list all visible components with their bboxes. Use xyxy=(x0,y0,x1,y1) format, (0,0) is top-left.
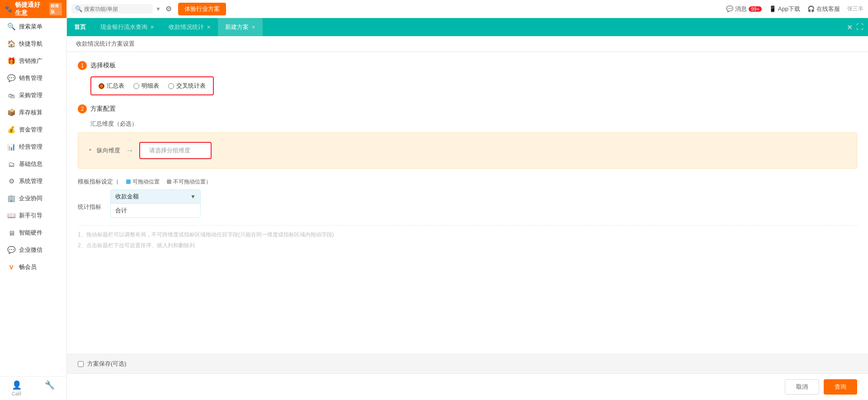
system-icon: ⚙ xyxy=(7,177,15,185)
sidebar-item-system[interactable]: ⚙ 系统管理 xyxy=(0,173,66,190)
sidebar-item-corp-wechat[interactable]: 💬 企业微信 xyxy=(0,241,66,259)
save-section: 方案保存(可选) xyxy=(67,354,868,373)
save-checkbox[interactable] xyxy=(78,361,84,367)
radio-detail-input[interactable] xyxy=(133,83,139,89)
gear-icon[interactable]: ⚙ xyxy=(165,5,172,13)
basic-info-icon: 🗂 xyxy=(7,160,15,168)
tab-close-all-icon[interactable]: ✕ xyxy=(847,23,853,32)
save-label: 方案保存(可选) xyxy=(87,360,127,368)
tab-new-plan[interactable]: 新建方案 ✕ xyxy=(218,18,263,36)
step1-header: 1 选择模板 xyxy=(78,61,857,70)
home-icon: 🏠 xyxy=(7,40,15,48)
sidebar-item-label: 库存核算 xyxy=(19,108,42,117)
sidebar-item-beginner[interactable]: 📖 新手引导 xyxy=(0,207,66,224)
sales-icon: 💬 xyxy=(7,74,15,82)
sidebar-logo: 🐾 畅捷通好生意 标准版 xyxy=(0,0,66,18)
row-label: 纵向维度 xyxy=(97,146,120,155)
step1-section: 1 选择模板 汇总表 明细表 xyxy=(78,61,857,95)
indicator-layout: 统计指标 收款金额 ▼ 合计 xyxy=(78,189,857,218)
sidebar-item-label: 企业协同 xyxy=(19,194,42,202)
sidebar-item-purchase[interactable]: 🛍 采购管理 xyxy=(0,87,66,104)
tab-expand-icon[interactable]: ⛶ xyxy=(856,23,863,31)
required-star: * xyxy=(89,147,91,154)
sidebar-item-member[interactable]: V 畅会员 xyxy=(0,259,66,276)
radio-cross[interactable]: 交叉统计表 xyxy=(168,82,206,90)
sidebar: 🐾 畅捷通好生意 标准版 🔍 搜索菜单 🏠 快捷导航 🎁 营销推广 💬 销售管理… xyxy=(0,0,67,400)
search-input[interactable] xyxy=(84,6,147,12)
topbar-search-box[interactable]: 🔍 xyxy=(71,4,153,14)
gift-icon: 🎁 xyxy=(7,57,15,65)
chevron-down-icon[interactable]: ▼ xyxy=(156,6,161,12)
step2-badge: 2 xyxy=(78,104,87,113)
sidebar-item-corp-collab[interactable]: 🏢 企业协同 xyxy=(0,190,66,207)
tip2: 2、点击标题栏下拉可设置排序、插入列和删除列 xyxy=(78,241,857,251)
indicator-col-header[interactable]: 收款金额 ▼ xyxy=(111,190,200,204)
radio-summary-input[interactable] xyxy=(99,83,104,89)
sidebar-item-label: 营销推广 xyxy=(19,57,42,65)
inventory-icon: 📦 xyxy=(7,108,15,117)
sidebar-item-marketing[interactable]: 🎁 营销推广 xyxy=(0,52,66,70)
sidebar-item-quick-nav[interactable]: 🏠 快捷导航 xyxy=(0,35,66,52)
indicators-label: 模板指标设定（ 可拖动位置 不可拖动位置） xyxy=(78,178,857,186)
notification-btn[interactable]: 💬 消息 99+ xyxy=(726,5,762,13)
radio-summary-label: 汇总表 xyxy=(107,82,124,90)
online-service-label: 在线客服 xyxy=(816,5,840,13)
indicators-section: 模板指标设定（ 可拖动位置 不可拖动位置） 统计指标 xyxy=(78,178,857,218)
sidebar-user-btn[interactable]: 👤 CaR xyxy=(12,380,22,396)
step1-badge: 1 xyxy=(78,61,87,70)
app-icon: 📱 xyxy=(769,5,776,12)
radio-summary[interactable]: 汇总表 xyxy=(99,82,124,90)
radio-detail-label: 明细表 xyxy=(142,82,159,90)
sidebar-item-label: 资金管理 xyxy=(19,126,42,134)
tab-close-icon[interactable]: ✕ xyxy=(251,24,255,30)
immovable-badge: 不可拖动位置） xyxy=(167,178,211,186)
sidebar-item-search-menu[interactable]: 🔍 搜索菜单 xyxy=(0,18,66,35)
template-radio-group: 汇总表 明细表 交叉统计表 xyxy=(99,82,206,90)
sidebar-settings-btn[interactable]: 🔧 xyxy=(45,380,55,396)
movable-label: 可拖动位置 xyxy=(132,178,160,186)
sidebar-item-basic-info[interactable]: 🗂 基础信息 xyxy=(0,155,66,173)
sidebar-item-inventory[interactable]: 📦 库存核算 xyxy=(0,104,66,121)
sidebar-item-finance[interactable]: 💰 资金管理 xyxy=(0,121,66,138)
username-display: 张三丰 xyxy=(847,5,863,13)
tips-area: 1、拖动标题栏可以调整布局，不可跨维度或指标区域拖动任目字段(只能在同一维度或指… xyxy=(78,225,857,256)
tab-cash-bank[interactable]: 现金银行流水查询 ✕ xyxy=(93,18,161,36)
app-download-btn[interactable]: 📱 App下载 xyxy=(769,5,800,13)
sidebar-item-label: 经营管理 xyxy=(19,143,42,151)
sidebar-item-label: 销售管理 xyxy=(19,74,42,82)
cancel-button[interactable]: 取消 xyxy=(785,379,819,395)
radio-detail[interactable]: 明细表 xyxy=(133,82,159,90)
dimension-row: * 纵向维度 → 请选择分组维度 xyxy=(89,142,212,159)
col-chevron-icon[interactable]: ▼ xyxy=(190,193,196,200)
tab-close-icon[interactable]: ✕ xyxy=(207,24,211,30)
corp-icon: 🏢 xyxy=(7,194,15,202)
query-button[interactable]: 查询 xyxy=(824,379,857,395)
config-dimension: 汇总维度（必选） * 纵向维度 → 请选择分组维度 xyxy=(78,120,857,169)
stat-label-area: 统计指标 xyxy=(78,189,101,218)
sidebar-item-label: 智能硬件 xyxy=(19,229,42,237)
beginner-icon: 📖 xyxy=(7,212,15,220)
footer-buttons: 取消 查询 xyxy=(67,373,868,400)
step2-title: 方案配置 xyxy=(90,105,116,113)
sidebar-item-label: 搜索菜单 xyxy=(19,23,42,31)
indicator-col-body: 合计 xyxy=(111,204,200,217)
logo-icon: 🐾 xyxy=(5,5,12,13)
tab-close-icon[interactable]: ✕ xyxy=(150,24,154,30)
immovable-label: 不可拖动位置） xyxy=(173,178,211,186)
user-icon: 👤 xyxy=(12,380,22,390)
sidebar-item-sales[interactable]: 💬 销售管理 xyxy=(0,70,66,87)
radio-cross-label: 交叉统计表 xyxy=(176,82,206,90)
dimension-selector[interactable]: 请选择分组维度 xyxy=(139,142,212,159)
sidebar-item-smart-hw[interactable]: 🖥 智能硬件 xyxy=(0,224,66,241)
sidebar-item-label: 畅会员 xyxy=(19,263,37,271)
industry-btn[interactable]: 体验行业方案 xyxy=(178,3,226,15)
sidebar-item-label: 新手引导 xyxy=(19,212,42,220)
sidebar-item-operations[interactable]: 📊 经营管理 xyxy=(0,138,66,155)
logo-text: 畅捷通好生意 xyxy=(15,1,47,17)
radio-cross-input[interactable] xyxy=(168,83,174,89)
tab-collection-label: 收款情况统计 xyxy=(169,23,204,31)
tab-collection-stat[interactable]: 收款情况统计 ✕ xyxy=(161,18,218,36)
tab-home[interactable]: 首页 xyxy=(67,18,93,36)
online-service-btn[interactable]: 🎧 在线客服 xyxy=(807,5,840,13)
sidebar-item-label: 采购管理 xyxy=(19,91,42,99)
